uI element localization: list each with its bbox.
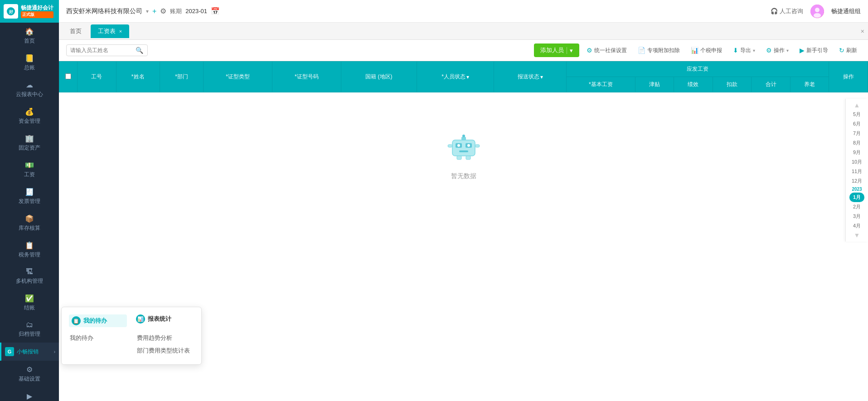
sidebar-label-settle: 结账 — [24, 304, 35, 312]
social-insurance-icon: ⚙ — [587, 47, 592, 54]
sidebar-item-guide[interactable]: ▶ 新手引导 — [0, 387, 59, 401]
inventory-icon: 📦 — [25, 214, 34, 223]
popup-col-report-label: 报表统计 — [148, 315, 171, 323]
special-deduction-button[interactable]: 📄 专项附加扣除 — [634, 45, 684, 56]
company-dropdown-icon[interactable]: ▾ — [146, 8, 149, 14]
sidebar-item-finance[interactable]: 💰 资金管理 — [0, 103, 59, 130]
period-label: 账期 — [170, 7, 182, 15]
filter-icon[interactable]: ▾ — [466, 74, 469, 80]
sidebar-item-settle[interactable]: ✅ 结账 — [0, 290, 59, 316]
submit-status-filter[interactable]: 报送状态 ▾ — [518, 73, 543, 81]
company-setting-icon[interactable]: ⚙ — [160, 7, 166, 15]
timeline-up-arrow[interactable]: ▲ — [854, 101, 860, 110]
tab-panel-close[interactable]: × — [861, 27, 864, 35]
sidebar-item-home[interactable]: 🏠 首页 — [0, 23, 59, 49]
user-name: 畅捷通组组 — [831, 7, 861, 15]
timeline-down-arrow[interactable]: ▼ — [854, 231, 860, 240]
topbar: 西安虾米网络科技有限公司 ▾ + ⚙ 账期 2023-01 📅 🎧 人工咨询 畅… — [59, 0, 868, 23]
timeline-item-9[interactable]: 9月 — [852, 148, 862, 157]
th-checkbox[interactable] — [59, 62, 78, 92]
th-person-status[interactable]: *人员状态 ▾ — [417, 62, 494, 92]
tab-close-icon[interactable]: × — [119, 29, 122, 34]
popup-col-todo: 📋 我的待办 我的待办 — [69, 314, 127, 357]
add-person-label: 添加人员 — [540, 46, 564, 54]
search-input[interactable] — [70, 47, 134, 53]
tax-declaration-button[interactable]: 📊 个税申报 — [687, 45, 726, 56]
tax-declaration-label: 个税申报 — [700, 47, 722, 54]
period-value: 2023-01 — [185, 8, 207, 14]
salary-table: 工号 *姓名 *部门 *证型类型 *证型号码 国籍 (地区) *人员状态 ▾ — [59, 61, 868, 217]
timeline-item-12[interactable]: 12月 — [851, 176, 863, 186]
search-box[interactable]: 🔍 — [66, 44, 148, 56]
sidebar-label-archive: 归档管理 — [19, 330, 40, 338]
filter-icon2[interactable]: ▾ — [540, 74, 543, 80]
operations-icon: ⚙ — [766, 47, 772, 54]
th-base-salary: *基本工资 — [566, 77, 635, 92]
period-calendar-icon[interactable]: 📅 — [211, 7, 220, 15]
th-name: *姓名 — [116, 62, 160, 92]
popup-col-todo-title: 📋 我的待办 — [69, 314, 127, 327]
th-total: 合计 — [752, 77, 790, 92]
sidebar-item-tax[interactable]: 📋 税务管理 — [0, 237, 59, 263]
th-id-no: *证型号码 — [272, 62, 341, 92]
popup-item-dept-expense[interactable]: 部门费用类型统计表 — [136, 344, 194, 357]
sidebar-item-xiaochang[interactable]: G 小畅报销 › — [0, 343, 59, 361]
new-guide-button[interactable]: ▶ 新手引导 — [796, 45, 832, 56]
tax-declaration-icon: 📊 — [691, 47, 698, 54]
sidebar-item-archive[interactable]: 🗂 归档管理 — [0, 316, 59, 343]
sidebar-item-assets[interactable]: 🏢 固定资产 — [0, 130, 59, 156]
tab-home[interactable]: 首页 — [63, 24, 89, 38]
timeline-item-10[interactable]: 10月 — [851, 157, 863, 167]
add-person-dropdown-icon[interactable]: ▾ — [567, 47, 573, 54]
timeline-year-2023: 2023 — [852, 186, 862, 193]
operations-button[interactable]: ⚙ 操作 ▾ — [762, 45, 792, 56]
timeline-item-4[interactable]: 4月 — [852, 221, 862, 231]
sidebar-item-ledger[interactable]: 📒 总账 — [0, 49, 59, 76]
select-all-checkbox[interactable] — [65, 73, 71, 79]
timeline-item-3[interactable]: 3月 — [852, 212, 862, 221]
sidebar-label-xiaochang: 小畅报销 — [17, 348, 39, 356]
service-button[interactable]: 🎧 人工咨询 — [771, 7, 803, 15]
special-deduction-icon: 📄 — [638, 47, 645, 54]
assets-icon: 🏢 — [25, 134, 34, 143]
person-status-filter[interactable]: *人员状态 ▾ — [441, 73, 469, 81]
panel-close-icon[interactable]: × — [861, 28, 864, 35]
th-deduction: 扣款 — [713, 77, 752, 92]
sidebar-item-multi[interactable]: 🏗 多机构管理 — [0, 263, 59, 290]
timeline-item-2[interactable]: 2月 — [852, 202, 862, 212]
sidebar-item-settings[interactable]: ⚙ 基础设置 — [0, 361, 59, 387]
export-button[interactable]: ⬇ 导出 ▾ — [729, 45, 759, 56]
refresh-icon: ↻ — [839, 47, 844, 54]
social-insurance-button[interactable]: ⚙ 统一社保设置 — [583, 45, 630, 56]
finance-icon: 💰 — [25, 107, 34, 116]
th-submit-status[interactable]: 报送状态 ▾ — [494, 62, 567, 92]
sidebar-label-salary: 工资 — [24, 171, 35, 179]
avatar — [810, 5, 824, 18]
sidebar-item-inventory[interactable]: 📦 库存核算 — [0, 210, 59, 237]
sidebar-label-finance: 资金管理 — [19, 117, 40, 125]
invoice-icon: 🧾 — [25, 188, 34, 196]
popup-item-todo[interactable]: 我的待办 — [69, 332, 127, 344]
export-dropdown-icon[interactable]: ▾ — [753, 48, 755, 53]
timeline-item-6[interactable]: 6月 — [852, 119, 862, 129]
sidebar-item-cloud[interactable]: ☁ 云报表中心 — [0, 76, 59, 103]
refresh-button[interactable]: ↻ 刷新 — [835, 45, 861, 56]
svg-text:好: 好 — [9, 10, 14, 14]
add-company-button[interactable]: + — [152, 7, 156, 15]
operations-dropdown-icon[interactable]: ▾ — [786, 48, 789, 53]
svg-point-9 — [467, 144, 470, 147]
timeline-item-5[interactable]: 5月 — [852, 110, 862, 119]
popup-item-expense-trend[interactable]: 费用趋势分析 — [136, 332, 194, 344]
timeline-item-8[interactable]: 8月 — [852, 138, 862, 148]
th-pension: 养老 — [790, 77, 829, 92]
timeline-item-11[interactable]: 11月 — [851, 167, 863, 176]
search-icon[interactable]: 🔍 — [136, 47, 143, 54]
multi-icon: 🏗 — [26, 268, 33, 276]
timeline-item-7[interactable]: 7月 — [852, 129, 862, 138]
sidebar-item-salary[interactable]: 💵 工资 — [0, 156, 59, 183]
tab-salary[interactable]: 工资表 × — [91, 24, 129, 38]
add-person-button[interactable]: 添加人员 ▾ — [534, 43, 579, 57]
timeline-item-1[interactable]: 1月 — [849, 193, 864, 202]
th-allowance: 津贴 — [635, 77, 674, 92]
sidebar-item-invoice[interactable]: 🧾 发票管理 — [0, 183, 59, 210]
